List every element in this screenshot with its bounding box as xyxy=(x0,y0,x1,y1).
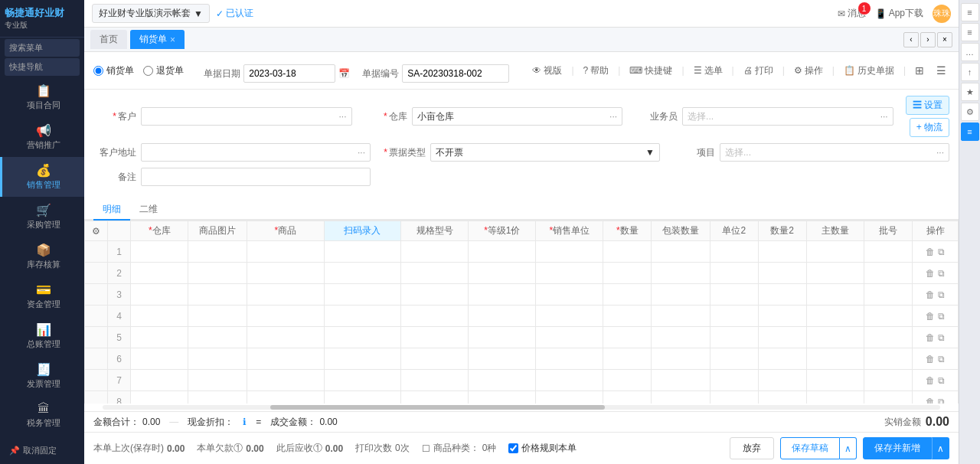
row-price1-5[interactable] xyxy=(469,327,536,348)
sidebar-item-invoice[interactable]: 🧾 发票管理 xyxy=(0,356,84,396)
row-sale-unit-6[interactable] xyxy=(536,348,603,370)
row-copy-icon-1[interactable]: ⧉ xyxy=(938,247,945,257)
cancel-pin-button[interactable]: 📌 取消固定 xyxy=(5,442,80,459)
row-sale-unit-7[interactable] xyxy=(536,370,603,391)
row-qty2-6[interactable] xyxy=(758,348,806,370)
row-warehouse-2[interactable] xyxy=(131,263,188,284)
row-qty2-1[interactable] xyxy=(758,241,806,263)
tab-next-button[interactable]: › xyxy=(920,32,936,47)
row-goods-4[interactable] xyxy=(247,306,325,327)
order-num-input[interactable] xyxy=(402,64,509,83)
customer-more-btn[interactable]: ··· xyxy=(339,111,347,122)
right-panel-btn7[interactable]: ≡ xyxy=(961,123,979,141)
row-quantity-4[interactable] xyxy=(603,306,652,327)
sidebar-item-tax[interactable]: 🏛 税务管理 xyxy=(0,396,84,435)
row-quantity-6[interactable] xyxy=(603,348,652,370)
price-policy-checkbox[interactable]: 价格规则本单 xyxy=(508,442,577,455)
row-qty2-2[interactable] xyxy=(758,263,806,284)
search-menu-button[interactable]: 搜索菜单 xyxy=(5,39,80,57)
warehouse-input[interactable]: 小亩仓库 ··· xyxy=(412,107,623,126)
row-spec-2[interactable] xyxy=(401,263,469,284)
row-goods-6[interactable] xyxy=(247,348,325,370)
row-pack-qty-6[interactable] xyxy=(652,348,710,370)
row-warehouse-5[interactable] xyxy=(131,327,188,348)
app-download-button[interactable]: 📱 App下载 xyxy=(875,7,923,20)
row-pack-qty-7[interactable] xyxy=(652,370,710,391)
address-input[interactable]: ··· xyxy=(141,143,371,162)
row-delete-icon-5[interactable]: 🗑 xyxy=(926,332,935,343)
row-warehouse-3[interactable] xyxy=(131,284,188,306)
row-barcode-1[interactable] xyxy=(324,241,401,263)
shortcut-button[interactable]: ⌨ 快捷键 xyxy=(626,63,675,79)
row-goods-8[interactable] xyxy=(247,391,325,404)
row-copy-icon-7[interactable]: ⧉ xyxy=(938,375,945,386)
row-barcode-8[interactable] xyxy=(324,391,401,404)
row-quantity-8[interactable] xyxy=(603,391,652,404)
row-spec-8[interactable] xyxy=(401,391,469,404)
row-barcode-5[interactable] xyxy=(324,327,401,348)
row-batch-4[interactable] xyxy=(864,306,913,327)
help-button[interactable]: ? 帮助 xyxy=(580,63,612,79)
row-sale-unit-3[interactable] xyxy=(536,284,603,306)
calendar-icon[interactable]: 📅 xyxy=(338,68,350,79)
save-new-button[interactable]: 保存并新增 xyxy=(863,437,932,459)
row-barcode-2[interactable] xyxy=(324,263,401,284)
project-input[interactable]: 选择... ··· xyxy=(720,143,949,162)
row-goods-7[interactable] xyxy=(247,370,325,391)
row-qty2-5[interactable] xyxy=(758,327,806,348)
row-image-3[interactable] xyxy=(188,284,247,306)
row-pack-qty-4[interactable] xyxy=(652,306,710,327)
row-price1-1[interactable] xyxy=(469,241,536,263)
row-qty2-7[interactable] xyxy=(758,370,806,391)
row-main-qty-8[interactable] xyxy=(806,391,864,404)
print-button[interactable]: 🖨 打印 xyxy=(740,63,776,79)
row-price1-8[interactable] xyxy=(469,391,536,404)
salesperson-more-btn[interactable]: ··· xyxy=(880,111,888,122)
tab-sale-order[interactable]: 销货单 × xyxy=(130,30,185,49)
row-warehouse-6[interactable] xyxy=(131,348,188,370)
row-spec-6[interactable] xyxy=(401,348,469,370)
row-batch-6[interactable] xyxy=(864,348,913,370)
row-quantity-7[interactable] xyxy=(603,370,652,391)
row-copy-icon-8[interactable]: ⧉ xyxy=(938,397,945,404)
sidebar-item-marketing[interactable]: 📢 营销推广 xyxy=(0,117,84,157)
customer-input[interactable]: ··· xyxy=(141,107,352,126)
row-batch-2[interactable] xyxy=(864,263,913,284)
company-selector[interactable]: 好业财专业版演示帐套 ▼ xyxy=(92,4,210,23)
row-spec-3[interactable] xyxy=(401,284,469,306)
save-draft-button[interactable]: 保存草稿 xyxy=(780,437,840,459)
row-image-2[interactable] xyxy=(188,263,247,284)
warehouse-more-btn[interactable]: ··· xyxy=(609,111,617,122)
row-copy-icon-4[interactable]: ⧉ xyxy=(938,311,945,322)
row-unit2-5[interactable] xyxy=(710,327,758,348)
row-copy-icon-5[interactable]: ⧉ xyxy=(938,332,945,343)
row-barcode-3[interactable] xyxy=(324,284,401,306)
right-panel-btn4[interactable]: ↑ xyxy=(961,63,979,81)
row-quantity-2[interactable] xyxy=(603,263,652,284)
view-list-button[interactable]: ☰ xyxy=(933,63,949,78)
radio-return-input[interactable] xyxy=(143,66,153,76)
row-qty2-4[interactable] xyxy=(758,306,806,327)
right-panel-btn5[interactable]: ★ xyxy=(961,83,979,101)
row-quantity-1[interactable] xyxy=(603,241,652,263)
row-price1-7[interactable] xyxy=(469,370,536,391)
row-image-6[interactable] xyxy=(188,348,247,370)
row-copy-icon-2[interactable]: ⧉ xyxy=(938,268,945,279)
row-qty2-8[interactable] xyxy=(758,391,806,404)
save-draft-dropdown[interactable]: ∧ xyxy=(840,437,857,459)
row-spec-1[interactable] xyxy=(401,241,469,263)
row-unit2-8[interactable] xyxy=(710,391,758,404)
row-spec-5[interactable] xyxy=(401,327,469,348)
sidebar-item-project[interactable]: 📋 项目合同 xyxy=(0,77,84,117)
row-unit2-3[interactable] xyxy=(710,284,758,306)
row-price1-2[interactable] xyxy=(469,263,536,284)
date-input[interactable] xyxy=(243,64,335,83)
row-pack-qty-2[interactable] xyxy=(652,263,710,284)
row-barcode-4[interactable] xyxy=(324,306,401,327)
row-delete-icon-6[interactable]: 🗑 xyxy=(926,354,935,364)
invoice-select[interactable]: 不开票 ▼ xyxy=(430,143,660,162)
salesperson-input[interactable]: 选择... ··· xyxy=(682,107,893,126)
row-unit2-7[interactable] xyxy=(710,370,758,391)
row-unit2-2[interactable] xyxy=(710,263,758,284)
tab-close-button[interactable]: × xyxy=(937,32,952,47)
